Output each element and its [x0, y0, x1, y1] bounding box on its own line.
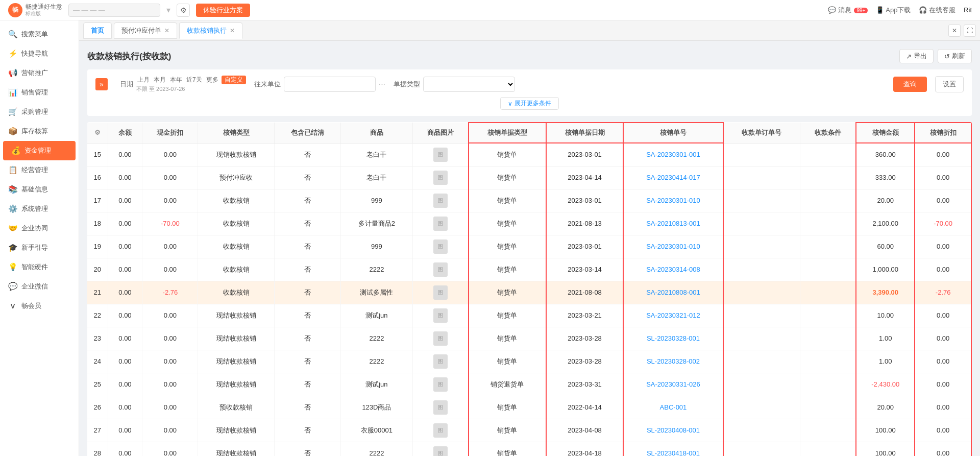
- table-row: 260.000.00预收款核销否123D商品图销货单2022-04-14ABC-…: [87, 396, 971, 419]
- writeoff-doc-no-cell[interactable]: SL-20230328-001: [623, 327, 723, 350]
- writeoff-doc-type-cell: 销货单: [469, 327, 546, 350]
- writeoff-doc-link[interactable]: ABC-001: [660, 403, 687, 411]
- sidebar-item-operations[interactable]: 📋 经营管理: [0, 160, 79, 180]
- writeoff-doc-no-cell[interactable]: SL-20230328-002: [623, 350, 723, 373]
- goods-cell: 2222: [340, 350, 412, 373]
- tab-prepay-close[interactable]: ✕: [164, 27, 169, 34]
- writeoff-doc-no-cell[interactable]: SA-20210813-001: [623, 212, 723, 235]
- writeoff-discount-cell: 0.00: [915, 189, 971, 212]
- writeoff-doc-no-cell[interactable]: SA-20230321-012: [623, 304, 723, 327]
- dropdown-icon[interactable]: ▾: [166, 5, 170, 15]
- row-index: 24: [87, 350, 108, 373]
- writeoff-doc-link[interactable]: SA-20230331-026: [646, 380, 700, 388]
- writeoff-doc-no-cell[interactable]: SA-20230414-017: [623, 166, 723, 189]
- writeoff-type-cell: 现结收款核销: [198, 304, 275, 327]
- balance-cell: 0.00: [108, 166, 142, 189]
- filter-partner: 往来单位 ···: [254, 77, 385, 92]
- tab-expand-btn[interactable]: ⛶: [964, 25, 976, 37]
- online-service-link[interactable]: 🎧 在线客服: [919, 6, 955, 15]
- writeoff-doc-date-cell: 2023-03-01: [546, 143, 624, 166]
- filter-partner-dots[interactable]: ···: [379, 80, 385, 89]
- writeoff-doc-no-cell[interactable]: SA-20230301-001: [623, 143, 723, 166]
- sidebar-item-finance[interactable]: 💰 资金管理: [3, 141, 76, 160]
- writeoff-doc-link[interactable]: SA-20210808-001: [646, 289, 700, 296]
- tab-writeoff[interactable]: 收款核销执行 ✕: [179, 22, 242, 39]
- tab-home[interactable]: 首页: [83, 22, 112, 39]
- writeoff-doc-link[interactable]: SL-20230328-002: [647, 357, 700, 365]
- goods-image-cell: 图: [412, 419, 469, 442]
- sidebar-item-marketing[interactable]: 📢 营销推广: [0, 63, 79, 83]
- sidebar-item-search[interactable]: 🔍 搜索菜单: [0, 25, 79, 44]
- writeoff-doc-link[interactable]: SA-20230301-010: [646, 197, 700, 204]
- writeoff-doc-link[interactable]: SL-20230328-001: [647, 334, 700, 342]
- marketing-icon: 📢: [8, 68, 17, 78]
- goods-image-cell: 图: [412, 235, 469, 258]
- filter-expand-toggle[interactable]: »: [95, 78, 108, 90]
- writeoff-doc-link[interactable]: SA-20230314-008: [646, 266, 700, 273]
- balance-cell: 0.00: [108, 350, 142, 373]
- writeoff-type-cell: 现结收款核销: [198, 442, 275, 456]
- writeoff-doc-link[interactable]: SL-20230418-001: [647, 449, 700, 456]
- sidebar-item-wechat[interactable]: 💬 企业微信: [0, 277, 79, 296]
- app-download-link[interactable]: 📱 App下载: [876, 6, 911, 15]
- date-tab-custom[interactable]: 自定义: [222, 76, 246, 84]
- writeoff-doc-link[interactable]: SA-20230301-010: [646, 243, 700, 250]
- cash-discount-cell: 0.00: [142, 350, 198, 373]
- settings-button[interactable]: 设置: [935, 76, 964, 92]
- writeoff-doc-link[interactable]: SA-20210813-001: [646, 220, 700, 227]
- receipt-condition-cell: [800, 419, 856, 442]
- sidebar-item-collab[interactable]: 🤝 企业协同: [0, 219, 79, 238]
- writeoff-type-cell: 现结收款核销: [198, 419, 275, 442]
- writeoff-type-cell: 预付冲应收: [198, 166, 275, 189]
- industry-button[interactable]: 休验行业方案: [196, 4, 250, 17]
- sidebar-item-system[interactable]: ⚙️ 系统管理: [0, 199, 79, 219]
- writeoff-doc-no-cell[interactable]: SA-20230314-008: [623, 258, 723, 281]
- tab-writeoff-close[interactable]: ✕: [230, 27, 235, 34]
- sidebar-item-quick[interactable]: ⚡ 快捷导航: [0, 44, 79, 63]
- export-button[interactable]: ↗ 导出: [899, 49, 934, 63]
- writeoff-doc-link[interactable]: SA-20230301-001: [646, 151, 700, 158]
- sidebar-item-guide[interactable]: 🎓 新手引导: [0, 238, 79, 257]
- filter-doc-type-select[interactable]: [423, 77, 515, 92]
- goods-cell: 999: [340, 189, 412, 212]
- date-tab-more[interactable]: 更多: [205, 76, 219, 84]
- cash-discount-cell: 0.00: [142, 419, 198, 442]
- writeoff-doc-no-cell[interactable]: SA-20230331-026: [623, 373, 723, 396]
- writeoff-doc-link[interactable]: SA-20230414-017: [646, 174, 700, 181]
- guide-icon: 🎓: [8, 243, 17, 252]
- refresh-button[interactable]: ↺ 刷新: [938, 49, 972, 63]
- sidebar-item-vip[interactable]: V 畅会员: [0, 296, 79, 316]
- date-tab-this-year[interactable]: 本年: [169, 76, 183, 84]
- writeoff-doc-no-cell[interactable]: SA-20210808-001: [623, 281, 723, 304]
- goods-image-cell: 图: [412, 442, 469, 456]
- sidebar-item-inventory[interactable]: 📦 库存核算: [0, 122, 79, 141]
- writeoff-doc-no-cell[interactable]: SA-20230301-010: [623, 189, 723, 212]
- tab-prepay[interactable]: 预付冲应付单 ✕: [114, 22, 177, 39]
- sidebar-item-basic[interactable]: 📚 基础信息: [0, 180, 79, 199]
- date-tab-this-month[interactable]: 本月: [153, 76, 167, 84]
- writeoff-doc-no-cell[interactable]: ABC-001: [623, 396, 723, 419]
- writeoff-doc-link[interactable]: SA-20230321-012: [646, 311, 700, 319]
- goods-image-cell: 图: [412, 166, 469, 189]
- tab-close-btn[interactable]: ✕: [948, 25, 961, 37]
- query-button[interactable]: 查询: [893, 77, 927, 92]
- table-settings-icon[interactable]: ⚙: [94, 129, 101, 136]
- filter-partner-input[interactable]: [284, 77, 376, 92]
- date-tab-last-month[interactable]: 上月: [136, 76, 151, 84]
- writeoff-doc-no-cell[interactable]: SL-20230408-001: [623, 419, 723, 442]
- writeoff-doc-no-cell[interactable]: SA-20230301-010: [623, 235, 723, 258]
- date-tab-7days[interactable]: 近7天: [185, 76, 203, 84]
- sidebar-item-hardware[interactable]: 💡 智能硬件: [0, 257, 79, 277]
- gear-button[interactable]: ⚙: [177, 4, 190, 17]
- table-row: 220.000.00现结收款核销否测试jun图销货单2023-03-21SA-2…: [87, 304, 971, 327]
- writeoff-doc-no-cell[interactable]: SL-20230418-001: [623, 442, 723, 456]
- writeoff-doc-link[interactable]: SL-20230408-001: [647, 426, 700, 434]
- th-balance: 余额: [108, 123, 142, 143]
- sidebar-item-purchase[interactable]: 🛒 采购管理: [0, 102, 79, 122]
- message-link[interactable]: 💬 消息 99+: [828, 6, 868, 15]
- writeoff-type-cell: 收款核销: [198, 189, 275, 212]
- sidebar-item-sales[interactable]: 📊 销售管理: [0, 83, 79, 102]
- writeoff-discount-cell: 0.00: [915, 373, 971, 396]
- cash-discount-cell: -2.76: [142, 281, 198, 304]
- expand-more-button[interactable]: ∨ 展开更多条件: [500, 97, 559, 110]
